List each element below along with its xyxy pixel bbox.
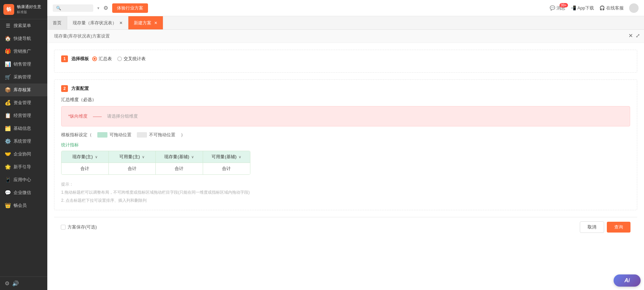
stats-col-header-3[interactable]: 现存量(基辅) ∨ (156, 151, 203, 163)
content-area: ✕ ⤢ 现存量(库存状况表)方案设置 1 选择模板 汇总表 (47, 30, 644, 290)
stats-table-header: 现存量(主) ∨ 可用量(主) ∨ 现存量(基辅) ∨ (61, 151, 250, 163)
cancel-button[interactable]: 取消 (580, 221, 604, 233)
sidebar-item-newguide[interactable]: 🌟 新手引导 (0, 161, 47, 173)
dialog-close-button[interactable]: ✕ (628, 32, 633, 39)
panel: 1 选择模板 汇总表 交叉统计表 (47, 43, 644, 244)
tab-inventory-status[interactable]: 现存量（库存状况表） ✕ (67, 16, 128, 29)
tab-new-plan-label: 新建方案 (134, 20, 151, 26)
user-profile[interactable] (629, 3, 639, 13)
step1-section: 1 选择模板 汇总表 交叉统计表 (54, 50, 637, 73)
sidebar-item-finance[interactable]: 💰 资金管理 (0, 96, 47, 109)
sidebar-item-inventory[interactable]: 📦 库存核算 (0, 83, 47, 96)
page-title: 现存量(库存状况表)方案设置 (54, 33, 110, 39)
trial-industry-button[interactable]: 体验行业方案 (112, 3, 148, 13)
sidebar-item-operations[interactable]: 📋 经营管理 (0, 109, 47, 122)
sidebar-item-wechat[interactable]: 💬 企业微信 (0, 186, 47, 199)
stats-cell-1-4: 合计 (203, 163, 250, 174)
basicinfo-icon: 🗂️ (5, 125, 11, 131)
step2-header: 2 方案配置 (61, 85, 630, 92)
ai-badge[interactable]: Ai (614, 274, 641, 287)
stats-col-header-1[interactable]: 现存量(主) ∨ (61, 151, 109, 163)
no-drag-box (137, 132, 147, 138)
dialog-controls: 取消 查询 (580, 221, 630, 233)
dialog-topbtns: ✕ ⤢ (624, 30, 644, 42)
radio-summary[interactable]: 汇总表 (92, 56, 112, 62)
sidebar-item-label: 销售管理 (14, 61, 31, 67)
sidebar-item-label: 基础信息 (14, 125, 31, 131)
operations-icon: 📋 (5, 113, 11, 119)
stats-col-header-2[interactable]: 可用量(主) ∨ (109, 151, 156, 163)
sidebar-item-label: 新手引导 (14, 164, 31, 170)
sidebar-item-sysadmin[interactable]: ⚙️ 系统管理 (0, 135, 47, 148)
stats-section-label: 统计指标 (61, 142, 630, 148)
dialog-expand-button[interactable]: ⤢ (636, 32, 640, 39)
shortcut-icon: 🏠 (5, 35, 11, 42)
save-checkbox-box[interactable] (61, 225, 66, 229)
purchase-icon: 🛒 (5, 74, 11, 80)
stats-col-header-4[interactable]: 可用量(基辅) ∨ (203, 151, 250, 163)
sidebar-item-marketing[interactable]: 🎁 营销推广 (0, 45, 47, 58)
stats-section: 统计指标 现存量(主) ∨ 可用量(主) ∨ (61, 142, 630, 175)
tab-home[interactable]: 首页 (47, 16, 67, 29)
tab-home-label: 首页 (53, 20, 61, 26)
stats-cell-1-1: 合计 (61, 163, 109, 174)
online-service-link[interactable]: 🎧 在线客服 (599, 5, 624, 11)
app-download-icon: 📲 (571, 5, 576, 10)
sidebar-item-shortcut[interactable]: 🏠 快捷导航 (0, 32, 47, 45)
online-service-label: 在线客服 (606, 5, 624, 11)
sidebar-item-label: 企业协同 (14, 151, 31, 157)
dimension-section: 汇总维度（必选） *纵向维度 —— 请选择分组维度 (61, 97, 630, 126)
step2-section: 2 方案配置 汇总维度（必选） *纵向维度 —— 请选择分组维度 模板指标设定（ (54, 79, 637, 210)
tab-new-plan[interactable]: 新建方案 ✕ (128, 16, 163, 29)
radio-crosstab[interactable]: 交叉统计表 (117, 56, 146, 62)
tab-new-plan-close[interactable]: ✕ (154, 21, 157, 25)
sidebar-item-member[interactable]: 👑 畅会员 (0, 199, 47, 212)
col3-chevron[interactable]: ∨ (191, 155, 194, 159)
sidebar-item-label: 库存核算 (14, 87, 31, 93)
sidebar-item-purchase[interactable]: 🛒 采购管理 (0, 71, 47, 83)
sidebar-item-search-menu[interactable]: ☰ 搜索菜单 (0, 19, 47, 32)
sidebar-item-label: 搜索菜单 (14, 23, 31, 29)
settings-footer-icon[interactable]: ⚙ (5, 280, 9, 287)
topbar-search-box[interactable]: 🔍 (53, 4, 93, 12)
finance-icon: 💰 (5, 100, 11, 106)
col4-chevron[interactable]: ∨ (239, 155, 241, 159)
user-avatar (629, 3, 639, 13)
topbar-chevron-icon[interactable]: ▾ (97, 6, 99, 10)
sidebar-scroll: ☰ 搜索菜单 🏠 快捷导航 🎁 营销推广 📊 销售管理 🛒 采购管理 📦 库存核… (0, 19, 47, 276)
headset-icon: 🎧 (599, 5, 605, 10)
required-field-label: *纵向维度 (68, 113, 88, 119)
sidebar-item-basicinfo[interactable]: 🗂️ 基础信息 (0, 122, 47, 135)
sidebar-item-appcenter[interactable]: 📱 应用中心 (0, 173, 47, 186)
drag-indicator: 可拖动位置 (97, 132, 131, 138)
col2-chevron[interactable]: ∨ (142, 155, 145, 159)
sidebar-item-label: 系统管理 (14, 138, 31, 144)
save-checkbox-label[interactable]: 方案保存(可选) (61, 224, 97, 230)
bottom-bar: 方案保存(可选) 取消 查询 (54, 217, 637, 237)
speaker-footer-icon[interactable]: 🔊 (12, 280, 19, 287)
tab-inventory-status-close[interactable]: ✕ (119, 21, 123, 25)
sidebar-item-sales[interactable]: 📊 销售管理 (0, 58, 47, 71)
message-badge[interactable]: 💬 消息 99+ (550, 5, 565, 11)
sales-icon: 📊 (5, 61, 11, 67)
search-menu-icon: ☰ (5, 23, 11, 29)
search-input[interactable] (63, 6, 90, 10)
search-magnifier-icon: 🔍 (56, 6, 61, 10)
sidebar-item-enterprise[interactable]: 🤝 企业协同 (0, 148, 47, 161)
dimension-dash: —— (93, 114, 102, 119)
dimension-required-box[interactable]: *纵向维度 —— 请选择分组维度 (61, 106, 630, 126)
template-radio-group: 汇总表 交叉统计表 (92, 56, 146, 62)
stats-cell-1-3: 合计 (156, 163, 203, 174)
stats-table-row: 合计 合计 合计 合计 (61, 163, 250, 174)
topbar-settings-icon[interactable]: ⚙ (103, 5, 108, 11)
col1-chevron[interactable]: ∨ (95, 155, 98, 159)
step1-header: 1 选择模板 汇总表 交叉统计表 (61, 55, 630, 62)
tabbar: 首页 现存量（库存状况表） ✕ 新建方案 ✕ (47, 16, 644, 30)
sidebar-item-label: 采购管理 (14, 74, 31, 80)
sidebar-item-label: 快捷导航 (14, 35, 31, 42)
app-download-link[interactable]: 📲 App下载 (571, 5, 594, 11)
inventory-icon: 📦 (5, 87, 11, 93)
col3-label: 现存量(基辅) (164, 154, 189, 160)
query-button[interactable]: 查询 (607, 222, 630, 233)
drag-box (97, 132, 107, 138)
